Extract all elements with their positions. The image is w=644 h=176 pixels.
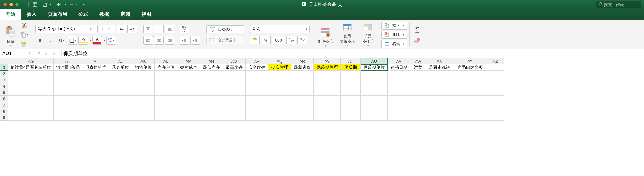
cell[interactable] bbox=[223, 108, 246, 114]
cell[interactable]: 辅计量4是否包装单位 bbox=[8, 64, 54, 71]
cell[interactable] bbox=[109, 83, 132, 89]
cell[interactable] bbox=[426, 89, 453, 96]
cell[interactable] bbox=[426, 77, 453, 83]
copy-icon[interactable]: ▾ bbox=[19, 31, 29, 38]
fill-color-button[interactable] bbox=[78, 36, 88, 45]
cell[interactable] bbox=[314, 77, 341, 83]
cell[interactable] bbox=[54, 77, 82, 83]
cell[interactable] bbox=[453, 102, 487, 108]
cell[interactable] bbox=[155, 96, 177, 102]
cell[interactable] bbox=[341, 83, 361, 89]
column-header[interactable]: AI bbox=[82, 58, 109, 64]
tab-home[interactable]: 开始 bbox=[0, 8, 21, 20]
cell[interactable] bbox=[200, 96, 223, 102]
cell[interactable] bbox=[82, 77, 109, 83]
column-header[interactable]: AK bbox=[132, 58, 155, 64]
cell[interactable] bbox=[132, 108, 155, 114]
cell[interactable] bbox=[361, 83, 388, 89]
percent-button[interactable]: % bbox=[261, 36, 271, 44]
align-right-icon[interactable] bbox=[165, 36, 174, 45]
cell[interactable] bbox=[155, 83, 177, 89]
cell[interactable] bbox=[177, 71, 200, 77]
cell[interactable] bbox=[453, 108, 487, 114]
tab-data[interactable]: 数据 bbox=[94, 8, 115, 20]
cell[interactable] bbox=[246, 108, 268, 114]
cell[interactable]: 参考成本 bbox=[177, 64, 200, 71]
cell[interactable] bbox=[54, 89, 82, 96]
cell[interactable] bbox=[341, 71, 361, 77]
cell[interactable] bbox=[268, 102, 291, 108]
cell[interactable] bbox=[223, 114, 246, 121]
cell[interactable] bbox=[487, 77, 504, 83]
cell[interactable] bbox=[8, 108, 54, 114]
cell[interactable]: 批次管理 bbox=[268, 64, 291, 71]
cell[interactable] bbox=[132, 96, 155, 102]
tab-formulas[interactable]: 公式 bbox=[73, 8, 94, 20]
cell[interactable] bbox=[487, 89, 504, 96]
cell[interactable] bbox=[8, 71, 54, 77]
cancel-formula-icon[interactable]: ✕ bbox=[37, 51, 41, 56]
bold-button[interactable]: B bbox=[35, 36, 45, 45]
cell[interactable] bbox=[82, 102, 109, 108]
cell[interactable] bbox=[132, 102, 155, 108]
row-header[interactable]: 3 bbox=[0, 77, 8, 83]
cell[interactable] bbox=[291, 83, 314, 89]
delete-cells-button[interactable]: 删除▾ bbox=[381, 31, 407, 39]
cell[interactable] bbox=[155, 114, 177, 121]
cell[interactable] bbox=[109, 77, 132, 83]
italic-button[interactable]: I bbox=[46, 36, 56, 45]
cell[interactable] bbox=[109, 71, 132, 77]
cell[interactable] bbox=[8, 114, 54, 121]
font-color-button[interactable]: A bbox=[92, 36, 102, 45]
tab-review[interactable]: 审阅 bbox=[115, 8, 136, 20]
select-all-corner[interactable] bbox=[0, 58, 8, 64]
phonetic-button[interactable]: abcA▾ bbox=[106, 36, 116, 45]
cell[interactable] bbox=[8, 83, 54, 89]
cell[interactable] bbox=[291, 71, 314, 77]
cell[interactable] bbox=[388, 71, 410, 77]
decrease-decimal-icon[interactable]: .00.0 bbox=[297, 36, 307, 44]
cell[interactable] bbox=[223, 89, 246, 96]
cell[interactable] bbox=[8, 102, 54, 108]
cell[interactable]: 最新进价 bbox=[291, 64, 314, 71]
enter-formula-icon[interactable]: ✓ bbox=[45, 51, 48, 56]
cell[interactable] bbox=[388, 83, 410, 89]
cell[interactable] bbox=[132, 114, 155, 121]
cell[interactable] bbox=[8, 96, 54, 102]
cell[interactable] bbox=[155, 108, 177, 114]
column-header[interactable]: AV bbox=[388, 58, 410, 64]
cell[interactable] bbox=[200, 108, 223, 114]
cell[interactable] bbox=[361, 114, 388, 121]
minimize-window-button[interactable] bbox=[9, 3, 13, 6]
increase-decimal-icon[interactable]: .0.00 bbox=[286, 36, 296, 44]
cell[interactable] bbox=[109, 102, 132, 108]
cell[interactable] bbox=[268, 83, 291, 89]
autosum-icon[interactable]: ∑ bbox=[412, 25, 422, 34]
font-size-input[interactable] bbox=[99, 26, 108, 31]
cell[interactable] bbox=[487, 83, 504, 89]
cell[interactable] bbox=[246, 83, 268, 89]
row-header[interactable]: 7 bbox=[0, 102, 8, 108]
cell[interactable]: 保质期单位 bbox=[361, 64, 388, 71]
cell[interactable] bbox=[341, 102, 361, 108]
cell[interactable] bbox=[54, 102, 82, 108]
column-header[interactable]: AG bbox=[8, 58, 54, 64]
cell[interactable] bbox=[388, 89, 410, 96]
cell[interactable]: 采购单位 bbox=[109, 64, 132, 71]
cell[interactable] bbox=[361, 102, 388, 108]
column-header[interactable]: AT bbox=[341, 58, 361, 64]
column-header[interactable]: AY bbox=[453, 58, 487, 64]
cell[interactable]: 运费 bbox=[410, 64, 426, 71]
cell[interactable] bbox=[200, 77, 223, 83]
cell[interactable]: 保质期管理 bbox=[314, 64, 341, 71]
row-header[interactable]: 9 bbox=[0, 114, 8, 121]
orientation-button[interactable]: ab▾ bbox=[180, 25, 189, 33]
align-middle-icon[interactable] bbox=[154, 25, 164, 33]
cell[interactable] bbox=[155, 89, 177, 96]
format-painter-icon[interactable] bbox=[19, 40, 29, 48]
cell[interactable] bbox=[410, 83, 426, 89]
column-header[interactable]: AH bbox=[54, 58, 82, 64]
cell[interactable] bbox=[410, 114, 426, 121]
column-header[interactable]: AW bbox=[410, 58, 426, 64]
cell[interactable] bbox=[200, 83, 223, 89]
